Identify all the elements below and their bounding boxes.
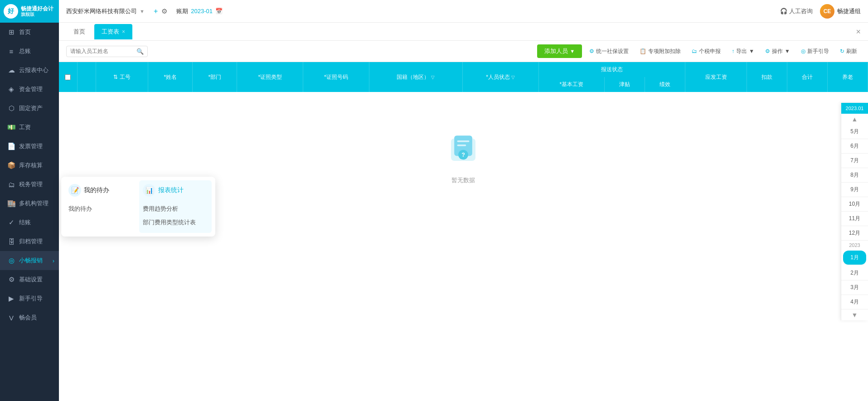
col-report-status-header[interactable]: *人员状态 ▽ — [462, 62, 538, 92]
service-btn[interactable]: 🎧 人工咨询 — [780, 7, 813, 15]
tab-home[interactable]: 首页 — [66, 24, 92, 39]
sidebar-item-invoice[interactable]: 📄 发票管理 — [0, 137, 59, 156]
sidebar-item-member[interactable]: V 畅会员 — [0, 308, 59, 327]
svg-text:?: ? — [461, 152, 465, 158]
popup-item-my-todo[interactable]: 我的待办 — [68, 202, 134, 216]
company-dropdown-arrow: ▼ — [140, 9, 145, 14]
settings-icon: ⚙ — [7, 275, 15, 284]
export-btn[interactable]: ↑ 导出 ▼ — [728, 46, 758, 57]
guide-btn[interactable]: ◎ 新手引导 — [797, 46, 833, 57]
sidebar-item-close-account[interactable]: ✓ 结账 — [0, 213, 59, 232]
month-item-7[interactable]: 7月 — [841, 154, 868, 168]
asset-icon: ⬡ — [7, 104, 15, 112]
sidebar-item-asset[interactable]: ⬡ 固定资产 — [0, 99, 59, 118]
month-item-5[interactable]: 5月 — [841, 125, 868, 139]
user-info[interactable]: CE 畅捷通组 — [820, 4, 861, 19]
sidebar-item-salary[interactable]: 💵 工资 — [0, 118, 59, 137]
col-number-header — [77, 62, 96, 92]
add-person-button[interactable]: 添加人员 ▼ — [537, 44, 582, 58]
popup-section-todo-header: 📝 我的待办 — [68, 184, 134, 197]
sidebar-item-archive[interactable]: 🗄 归档管理 — [0, 232, 59, 251]
sidebar-item-fund[interactable]: ◈ 资金管理 — [0, 80, 59, 99]
empty-text: 暂无数据 — [451, 176, 475, 184]
search-input[interactable] — [70, 48, 134, 54]
archive-icon: 🗄 — [7, 238, 15, 246]
popup-section-todo: 📝 我的待办 我的待办 — [68, 184, 134, 229]
col-pension-header: 合计 — [787, 62, 828, 92]
col-name-header[interactable]: ⇅ 工号 — [96, 62, 148, 92]
search-box[interactable]: 🔍 — [66, 46, 148, 57]
report-status-filter-icon: ▽ — [511, 75, 515, 80]
tax-report-btn[interactable]: 🗂 个税申报 — [688, 46, 724, 57]
svg-rect-3 — [457, 145, 466, 146]
month-item-10[interactable]: 10月 — [841, 197, 868, 212]
sidebar-item-cloud-report[interactable]: ☁ 云报表中心 — [0, 61, 59, 80]
month-item-4[interactable]: 4月 — [841, 295, 868, 309]
report-section-icon: 📊 — [143, 184, 155, 197]
export-icon: ↑ — [732, 48, 734, 54]
toolbar: 🔍 添加人员 ▼ ⚙ 统一社保设置 📋 专项附加扣除 🗂 个税申报 ↑ 导出 — [59, 41, 868, 62]
expense-icon: ◎ — [7, 256, 15, 265]
salary-icon: 💵 — [7, 123, 15, 131]
sidebar-item-ledger[interactable]: ≡ 总账 — [0, 42, 59, 61]
operation-dropdown-arrow: ▼ — [785, 48, 790, 54]
month-nav-down[interactable]: ▼ — [841, 309, 868, 320]
year-2023-label: 2023 — [841, 241, 868, 250]
month-item-12[interactable]: 12月 — [841, 226, 868, 241]
sidebar-item-tax[interactable]: 🗂 税务管理 — [0, 175, 59, 194]
month-item-3[interactable]: 3月 — [841, 280, 868, 295]
sidebar-item-guide[interactable]: ▶ 新手引导 — [0, 289, 59, 308]
month-item-1[interactable]: 1月 — [843, 251, 866, 265]
logo-icon: 好 — [4, 4, 18, 19]
popup-item-expense-trend[interactable]: 费用趋势分析 — [143, 202, 208, 216]
member-icon: V — [7, 314, 15, 322]
col-payable-header: 报送状态 — [538, 62, 685, 77]
month-nav-up[interactable]: ▲ — [841, 114, 868, 125]
period-selector[interactable]: 账期 2023-01 📅 — [176, 7, 223, 15]
sidebar-item-expense[interactable]: ◎ 小畅报销 — [0, 251, 59, 270]
month-item-8[interactable]: 8月 — [841, 168, 868, 183]
operation-btn[interactable]: ⚙ 操作 ▼ — [761, 46, 794, 57]
col-deduction-header: 应发工资 — [685, 62, 747, 92]
tab-close-salary[interactable]: × — [122, 29, 125, 35]
col-staff-status-header[interactable]: 国籍（地区） ▽ — [369, 62, 462, 92]
invoice-icon: 📄 — [7, 142, 15, 150]
social-security-btn[interactable]: ⚙ 统一社保设置 — [586, 46, 632, 57]
sidebar-item-basic-settings[interactable]: ⚙ 基础设置 — [0, 270, 59, 289]
sidebar: 好 畅捷通好会计 旗舰版 ⊞ 首页 ≡ 总账 ☁ 云报表中心 ◈ 资金管理 ⬡ … — [0, 0, 59, 401]
month-item-6[interactable]: 6月 — [841, 139, 868, 154]
todo-section-icon: 📝 — [68, 184, 81, 197]
refresh-icon: ↻ — [840, 48, 844, 54]
staff-status-filter-icon: ▽ — [431, 75, 435, 80]
sidebar-nav: ⊞ 首页 ≡ 总账 ☁ 云报表中心 ◈ 资金管理 ⬡ 固定资产 💵 工资 📄 发… — [0, 23, 59, 401]
month-item-9[interactable]: 9月 — [841, 183, 868, 197]
add-icon[interactable]: + — [154, 7, 158, 15]
deduction-btn[interactable]: 📋 专项附加扣除 — [636, 46, 684, 57]
sidebar-item-multi-org[interactable]: 🏬 多机构管理 — [0, 194, 59, 213]
popup-section-report: 📊 报表统计 费用趋势分析 部门费用类型统计表 — [139, 180, 212, 233]
headset-icon: 🎧 — [780, 8, 787, 14]
logo-text: 畅捷通好会计 旗舰版 — [21, 5, 53, 17]
operation-icon: ⚙ — [765, 48, 770, 54]
popup-section2-title: 报表统计 — [158, 186, 184, 194]
col-checkbox-header[interactable] — [59, 62, 77, 92]
sidebar-item-home[interactable]: ⊞ 首页 — [0, 23, 59, 42]
app-logo: 好 畅捷通好会计 旗舰版 — [0, 0, 59, 23]
empty-icon: ? — [443, 128, 484, 169]
tab-salary[interactable]: 工资表 × — [94, 24, 132, 39]
month-item-2[interactable]: 2月 — [841, 266, 868, 280]
col-id-no-header: *证照类型 — [237, 62, 303, 92]
global-close-btn[interactable]: × — [856, 27, 861, 37]
sidebar-item-inventory[interactable]: 📦 库存核算 — [0, 156, 59, 175]
settings-icon[interactable]: ⚙ — [161, 7, 167, 15]
select-all-checkbox[interactable] — [65, 74, 71, 80]
col-performance-header: 绩效 — [645, 77, 685, 92]
fund-icon: ◈ — [7, 85, 15, 93]
col-total-header: 扣款 — [747, 62, 787, 92]
popup-section-report-header: 📊 报表统计 — [143, 184, 208, 197]
company-selector[interactable]: 西安虾米网络科技有限公司 ▼ — [66, 7, 145, 15]
month-item-11[interactable]: 11月 — [841, 212, 868, 226]
popup-item-dept-expense[interactable]: 部门费用类型统计表 — [143, 216, 208, 229]
refresh-btn[interactable]: ↻ 刷新 — [836, 46, 861, 57]
popup-section1-title: 我的待办 — [84, 186, 109, 194]
